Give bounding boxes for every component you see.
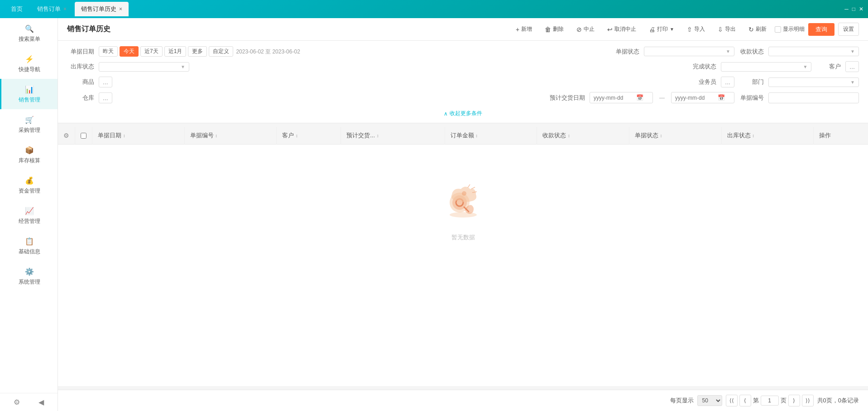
date-btn-yesterday[interactable]: 昨天 [99,46,118,57]
delete-button[interactable]: 🗑 删除 [540,23,568,35]
table-col-delivery-label: 预计交货... [346,132,375,139]
table-settings-col[interactable]: ⚙ [58,127,75,145]
page-label: 第 [753,396,759,405]
sidebar-settings-icon[interactable]: ⚙ [14,398,20,406]
order-status-select[interactable]: ▼ [644,47,734,56]
stop-button[interactable]: ⊘ 中止 [572,23,599,35]
sidebar-item-quick-nav[interactable]: ⚡ 快捷导航 [0,48,58,79]
receipt-status-label: 收款状态 [739,48,764,56]
delivery-date-start-wrap[interactable]: 📅 [590,92,653,103]
empty-text: 暂无数据 [451,233,475,242]
empty-illustration [441,181,486,226]
date-btn-7days[interactable]: 近7天 [140,46,163,57]
new-button[interactable]: + 新增 [511,23,537,35]
date-btn-more[interactable]: 更多 [188,46,207,57]
window-maximize[interactable]: □ [852,6,855,12]
display-cols-toggle[interactable]: 显示明细 [775,25,805,33]
out-status-select[interactable]: ▼ [99,62,189,72]
sidebar-item-search-menu[interactable]: 🔍 搜索菜单 [0,18,58,48]
query-button[interactable]: 查询 [808,23,834,36]
order-no-sort-icon[interactable]: ↕ [215,133,217,138]
customer-sort-icon[interactable]: ↕ [296,133,298,138]
import-button[interactable]: ⇧ 导入 [682,23,710,35]
per-page-select[interactable]: 10 20 50 100 [697,395,722,406]
refresh-button[interactable]: ↻ 刷新 [744,23,771,35]
date-sort-icon[interactable]: ↕ [123,133,125,138]
collapse-row[interactable]: ∧ 收起更多条件 [67,108,859,117]
table-col-date: 单据日期 ↕ [92,127,185,145]
first-page-btn[interactable]: ⟨⟨ [726,395,738,406]
delivery-sort-icon[interactable]: ↕ [377,133,379,138]
quick-nav-icon: ⚡ [24,54,34,64]
product-input[interactable]: ... [99,77,112,87]
customer-input[interactable]: ... [845,61,859,72]
delivery-date-end-input[interactable] [675,95,716,101]
top-bar-right: ─ □ ✕ [844,6,863,12]
sidebar-item-inventory[interactable]: 📦 库存核算 [0,140,58,170]
cancel-stop-button[interactable]: ↩ 取消中止 [603,23,641,35]
tab-home[interactable]: 首页 [5,2,29,16]
sidebar-item-sales-mgmt[interactable]: 📊 销售管理 [0,79,58,109]
svg-line-7 [471,187,475,189]
order-status-sort-icon[interactable]: ↕ [660,133,662,138]
order-no-input[interactable] [768,92,859,103]
sidebar-item-sys-mgmt[interactable]: ⚙️ 系统管理 [0,261,58,291]
receipt-status-sort-icon[interactable]: ↕ [568,133,570,138]
staff-input[interactable]: ... [721,77,734,87]
sidebar-item-operation-label: 经营管理 [19,218,40,225]
sidebar-item-finance[interactable]: 💰 资金管理 [0,170,58,200]
tab-sales-order[interactable]: 销售订单 × [31,2,73,16]
next-page-btn[interactable]: ⟩ [788,395,800,406]
out-status-arrow-icon: ▼ [181,64,185,69]
tab-sales-order-close[interactable]: × [63,6,67,12]
last-page-btn[interactable]: ⟩⟩ [802,395,814,406]
warehouse-input[interactable]: ... [99,92,112,103]
empty-cell: 暂无数据 [58,145,868,278]
table-col-order-status: 单据状态 ↕ [629,127,721,145]
date-btn-today[interactable]: 今天 [120,46,139,57]
prev-page-btn[interactable]: ⟨ [739,395,751,406]
print-button[interactable]: 🖨 打印 ▼ [644,23,679,35]
sidebar-item-sales-mgmt-label: 销售管理 [19,96,40,104]
date-btn-1month[interactable]: 近1月 [164,46,187,57]
toolbar: + 新增 🗑 删除 ⊘ 中止 ↩ 取消中止 🖨 打印 [511,23,859,36]
export-button[interactable]: ⇩ 导出 [713,23,740,35]
sidebar-item-sys-mgmt-label: 系统管理 [19,278,40,286]
filter-row-4: 仓库 ... 预计交货日期 📅 — 📅 单据编号 [67,92,859,103]
page-input[interactable] [761,396,779,406]
table-col-receipt-status: 收款状态 ↕ [537,127,629,145]
window-minimize[interactable]: ─ [844,6,849,12]
date-range-text: 2023-06-02 至 2023-06-02 [236,48,300,56]
tab-sales-order-history[interactable]: 销售订单历史 × [75,2,129,16]
table-col-order-no-label: 单据编号 [190,132,214,139]
amount-sort-icon[interactable]: ↕ [475,133,478,138]
table-head: ⚙ 单据日期 ↕ 单据编号 ↕ 客户 [58,127,868,145]
delivery-date-start-input[interactable] [594,95,634,101]
filter-area: 单据日期 昨天 今天 近7天 近1月 更多 自定义 2023-06-02 至 2… [58,41,868,123]
sidebar-item-quick-nav-label: 快捷导航 [19,66,40,73]
dept-select[interactable]: ▼ [768,77,859,87]
date-btn-custom[interactable]: 自定义 [209,46,233,57]
window-close[interactable]: ✕ [859,6,863,12]
cancel-stop-label: 取消中止 [614,25,636,33]
sidebar-item-basic-info[interactable]: 📋 基础信息 [0,231,58,261]
tab-sales-order-history-close[interactable]: × [119,6,122,12]
out-status-control: ▼ [99,62,687,72]
sidebar-item-search-menu-label: 搜索菜单 [19,35,40,43]
import-icon: ⇧ [687,26,692,33]
filter-row-2: 出库状态 ▼ 完成状态 ▼ 客户 ... [67,61,859,72]
sidebar-collapse-icon[interactable]: ◀ [38,398,44,406]
sidebar-item-operation[interactable]: 📈 经营管理 [0,200,58,231]
delivery-date-end-wrap[interactable]: 📅 [671,92,734,103]
new-icon: + [516,26,519,33]
sidebar-item-purchase-mgmt[interactable]: 🛒 采购管理 [0,109,58,140]
receipt-status-select[interactable]: ▼ [768,47,859,56]
complete-status-select[interactable]: ▼ [721,62,811,72]
settings-button[interactable]: 设置 [838,23,859,36]
customer-label: 客户 [816,63,841,71]
table-col-operation-label: 操作 [819,132,831,139]
calendar-end-icon: 📅 [718,94,725,101]
select-all-checkbox[interactable] [81,133,86,139]
out-status-sort-icon[interactable]: ↕ [752,133,754,138]
table-check-col[interactable] [75,127,92,145]
